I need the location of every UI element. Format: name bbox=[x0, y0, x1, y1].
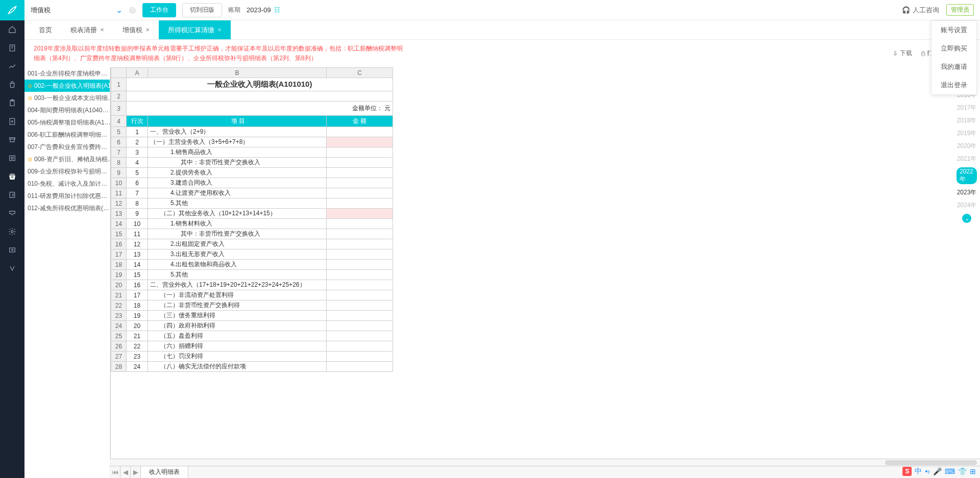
cell-amount[interactable] bbox=[327, 270, 393, 280]
cell-item[interactable]: （二）其他业务收入（10+12+13+14+15） bbox=[148, 209, 327, 219]
dropdown-item[interactable]: 退出登录 bbox=[932, 76, 976, 94]
cell-line[interactable]: 8 bbox=[127, 198, 148, 209]
cell-amount[interactable] bbox=[327, 300, 393, 311]
col-header[interactable]: C bbox=[327, 68, 393, 78]
row-header[interactable]: 13 bbox=[111, 209, 127, 219]
cell-amount[interactable] bbox=[327, 198, 393, 209]
year-item[interactable]: 2023年 bbox=[957, 188, 977, 197]
sheet-nav-prev[interactable]: ◀ bbox=[120, 466, 131, 478]
form-list-item[interactable]: 004-期间费用明细表(A1040… bbox=[24, 104, 110, 116]
form-list-item[interactable]: 006-职工薪酬纳税调整明细… bbox=[24, 129, 110, 141]
cell-amount[interactable] bbox=[327, 260, 393, 270]
nav-receipt-icon[interactable] bbox=[0, 112, 24, 131]
tab-税表清册[interactable]: 税表清册✕ bbox=[61, 20, 113, 39]
row-header[interactable]: 6 bbox=[111, 137, 127, 147]
nav-inbox-icon[interactable] bbox=[0, 204, 24, 222]
cell-amount[interactable] bbox=[327, 351, 393, 362]
cell-item[interactable]: 2.提供劳务收入 bbox=[148, 168, 327, 178]
cell-line[interactable]: 17 bbox=[127, 290, 148, 300]
row-header[interactable]: 18 bbox=[111, 260, 127, 270]
cell-amount[interactable] bbox=[327, 127, 393, 137]
cell-line[interactable]: 11 bbox=[127, 229, 148, 239]
cell-item[interactable]: （七）罚没利得 bbox=[148, 351, 327, 362]
row-header[interactable]: 12 bbox=[111, 198, 127, 209]
cell-amount[interactable] bbox=[327, 341, 393, 351]
form-list-item[interactable]: 010-免税、减计收入及加计… bbox=[24, 178, 110, 190]
tab-首页[interactable]: 首页 bbox=[30, 20, 61, 39]
cell-line[interactable]: 20 bbox=[127, 321, 148, 331]
form-list-item[interactable]: 005-纳税调整项目明细表(A1… bbox=[24, 116, 110, 129]
row-header[interactable]: 11 bbox=[111, 188, 127, 198]
nav-export-icon[interactable] bbox=[0, 186, 24, 204]
nav-bag-icon[interactable] bbox=[0, 76, 24, 94]
row-header[interactable]: 24 bbox=[111, 321, 127, 331]
cell-line[interactable]: 4 bbox=[127, 158, 148, 168]
form-list-item[interactable]: 007-广告费和业务宣传费跨… bbox=[24, 141, 110, 153]
close-icon[interactable]: ✕ bbox=[145, 27, 150, 33]
cell-amount[interactable] bbox=[327, 209, 393, 219]
row-header[interactable]: 22 bbox=[111, 300, 127, 311]
cell-item[interactable]: （一）主营业务收入（3+5+6+7+8） bbox=[148, 137, 327, 147]
nav-video-icon[interactable] bbox=[0, 241, 24, 259]
year-more-icon[interactable]: ⌄ bbox=[962, 214, 971, 223]
cell-amount[interactable] bbox=[327, 168, 393, 178]
year-item[interactable]: 2024年 bbox=[957, 201, 977, 210]
ime-mic-icon[interactable]: 🎤 bbox=[933, 467, 942, 475]
cell-line[interactable]: 5 bbox=[127, 168, 148, 178]
ime-shirt-icon[interactable]: 👕 bbox=[958, 467, 967, 475]
cell-item[interactable]: 4.出租包装物和商品收入 bbox=[148, 260, 327, 270]
row-header[interactable]: 15 bbox=[111, 229, 127, 239]
row-header[interactable]: 25 bbox=[111, 331, 127, 341]
row-header[interactable]: 19 bbox=[111, 270, 127, 280]
form-list-item[interactable]: 009-企业所得税弥补亏损明… bbox=[24, 165, 110, 178]
cell-line[interactable]: 23 bbox=[127, 351, 148, 362]
ime-grid-icon[interactable]: ⊞ bbox=[970, 467, 976, 475]
dropdown-item[interactable]: 我的邀请 bbox=[932, 58, 976, 76]
row-header[interactable]: 27 bbox=[111, 351, 127, 362]
consult-link[interactable]: 🎧 人工咨询 bbox=[902, 6, 939, 15]
year-item[interactable]: 2019年 bbox=[957, 129, 977, 138]
row-header[interactable]: 20 bbox=[111, 280, 127, 290]
cell-line[interactable]: 19 bbox=[127, 311, 148, 321]
form-list-item[interactable]: 001-企业所得税年度纳税申… bbox=[24, 67, 110, 80]
cell-item[interactable]: 其中：非货币性资产交换收入 bbox=[148, 158, 327, 168]
row-header[interactable]: 5 bbox=[111, 127, 127, 137]
sheet-nav-next[interactable]: ▶ bbox=[131, 466, 141, 478]
ime-punct-icon[interactable]: •› bbox=[925, 467, 930, 475]
cell-item[interactable]: （三）债务重组利得 bbox=[148, 311, 327, 321]
cell-line[interactable]: 1 bbox=[127, 127, 148, 137]
row-header[interactable]: 23 bbox=[111, 311, 127, 321]
cell-amount[interactable] bbox=[327, 147, 393, 158]
form-list-item[interactable]: 012-减免所得税优惠明细表(… bbox=[24, 202, 110, 214]
cell-line[interactable]: 13 bbox=[127, 249, 148, 260]
period-picker[interactable]: 2023-09 ☷ bbox=[247, 6, 280, 14]
cell-item[interactable]: （八）确实无法偿付的应付款项 bbox=[148, 362, 327, 372]
row-header[interactable]: 10 bbox=[111, 178, 127, 188]
workbench-button[interactable]: 工作台 bbox=[142, 3, 176, 17]
cell-item[interactable]: 4.让渡资产使用权收入 bbox=[148, 188, 327, 198]
dropdown-item[interactable]: 账号设置 bbox=[932, 21, 976, 39]
form-list-item[interactable]: ⊘003-一般企业成本支出明细… bbox=[24, 92, 110, 104]
row-header[interactable]: 16 bbox=[111, 239, 127, 249]
switch-old-button[interactable]: 切到旧版 bbox=[182, 3, 222, 17]
nav-v-icon[interactable] bbox=[0, 259, 24, 278]
cell-line[interactable]: 9 bbox=[127, 209, 148, 219]
row-header[interactable]: 8 bbox=[111, 158, 127, 168]
row-header[interactable]: 7 bbox=[111, 147, 127, 158]
close-icon[interactable]: ✕ bbox=[217, 27, 222, 33]
ime-badge[interactable]: S bbox=[902, 467, 912, 476]
cell-item[interactable]: 5.其他 bbox=[148, 198, 327, 209]
form-list-item[interactable]: ⊘002-一般企业收入明细表(A1… bbox=[24, 80, 110, 92]
cell-line[interactable]: 14 bbox=[127, 260, 148, 270]
cell-amount[interactable] bbox=[327, 280, 393, 290]
cell-line[interactable]: 7 bbox=[127, 188, 148, 198]
nav-settings-icon[interactable] bbox=[0, 222, 24, 241]
ime-keyboard-icon[interactable]: ⌨ bbox=[945, 467, 955, 475]
row-header[interactable]: 28 bbox=[111, 362, 127, 372]
tab-所得税汇算清缴[interactable]: 所得税汇算清缴✕ bbox=[159, 20, 231, 39]
cell-item[interactable]: （一）非流动资产处置利得 bbox=[148, 290, 327, 300]
cell-line[interactable]: 24 bbox=[127, 362, 148, 372]
col-header[interactable]: B bbox=[148, 68, 327, 78]
form-list-item[interactable]: ⊘008-资产折旧、摊销及纳税… bbox=[24, 153, 110, 165]
admin-button[interactable]: 管理员 bbox=[946, 4, 974, 16]
